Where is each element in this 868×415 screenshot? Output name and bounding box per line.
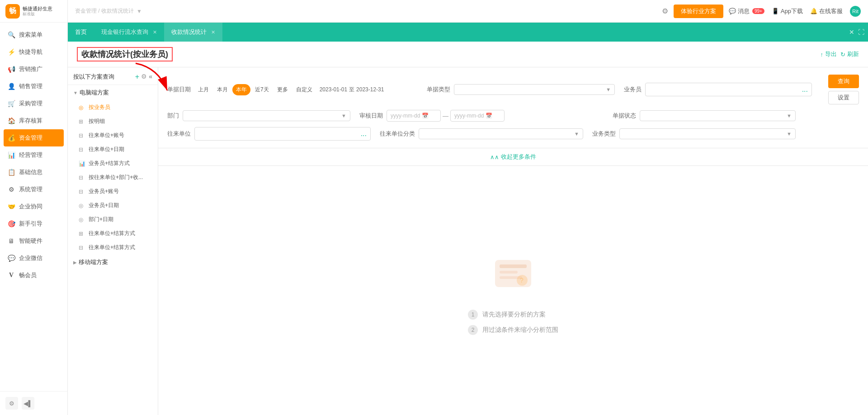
bill-type-dropdown[interactable]: ▼ — [454, 84, 615, 95]
svg-rect-1 — [500, 264, 527, 268]
plan-item-salesperson-method[interactable]: 📊 业务员+结算方式 — [68, 156, 158, 170]
plan-item-unit-dept[interactable]: ⊟ 按往来单位+部门+收... — [68, 170, 158, 184]
counterparty-category-dropdown[interactable]: ▼ — [419, 128, 583, 139]
bill-status-arrow: ▼ — [787, 113, 792, 118]
filter-date: 单据日期 上月 本月 本年 近7天 更多 自定义 — [167, 84, 418, 95]
plan-icon-detail: ⊞ — [79, 118, 86, 125]
tab-collection[interactable]: 收款情况统计 ✕ — [164, 23, 222, 42]
tab-collection-close[interactable]: ✕ — [211, 29, 215, 35]
plan-item-by-detail[interactable]: ⊞ 按明细 — [68, 114, 158, 128]
online-service-btn[interactable]: 🔔 在线客服 — [810, 7, 843, 15]
trial-button[interactable]: 体验行业方案 — [674, 5, 723, 18]
sidebar-item-guide[interactable]: 🎯 新手引导 — [0, 215, 67, 232]
export-btn[interactable]: ↑ 导出 — [821, 50, 837, 58]
plan-item-sp-account[interactable]: ⊟ 业务员+账号 — [68, 184, 158, 198]
counterparty-input[interactable]: ... — [194, 127, 371, 141]
corp-icon: 🤝 — [7, 203, 15, 211]
plan-settings-btn[interactable]: ⚙ — [141, 73, 147, 81]
sidebar-item-member[interactable]: V 畅会员 — [0, 267, 67, 284]
filter-bill-type: 单据类型 ▼ — [427, 84, 615, 95]
left-panel-title: 按以下方案查询 — [73, 73, 114, 81]
tab-bank-close[interactable]: ✕ — [153, 29, 157, 35]
plan-icon-unit-dept: ⊟ — [79, 174, 86, 181]
bill-status-dropdown[interactable]: ▼ — [640, 110, 796, 121]
plan-item-dept-date[interactable]: ◎ 部门+日期 — [68, 212, 158, 226]
plan-item-unit-account[interactable]: ⊟ 往来单位+账号 — [68, 128, 158, 142]
step-num-2: 2 — [468, 325, 478, 335]
footer-collapse-btn[interactable]: ◀▌ — [22, 397, 34, 410]
audit-date-label: 审核日期 — [359, 112, 383, 120]
sidebar-item-wechat[interactable]: 💬 企业微信 — [0, 250, 67, 267]
sidebar-item-finance[interactable]: 💰 资金管理 — [4, 129, 64, 146]
date-tab-more[interactable]: 更多 — [274, 84, 292, 95]
tab-close-all-icon[interactable]: ✕ — [849, 28, 854, 36]
date-tab-custom[interactable]: 自定义 — [292, 84, 316, 95]
audit-date-to[interactable]: yyyy-mm-dd 📅 — [450, 110, 505, 122]
logo-text: 畅捷通好生意 标准版 — [23, 5, 52, 17]
sidebar-item-system[interactable]: ⚙ 系统管理 — [0, 181, 67, 198]
plan-group-mobile-header[interactable]: ▶ 移动端方案 — [68, 255, 158, 270]
add-plan-btn[interactable]: + — [135, 73, 139, 81]
bill-type-arrow: ▼ — [606, 87, 611, 92]
refresh-btn[interactable]: ↻ 刷新 — [840, 50, 859, 58]
date-tab-this-year[interactable]: 本年 — [232, 84, 250, 95]
page-header: 收款情况统计(按业务员) ↑ 导出 ↻ 刷新 — [68, 42, 868, 67]
plan-group-desktop-header[interactable]: ▼ 电脑端方案 — [68, 85, 158, 100]
sidebar-item-purchase[interactable]: 🛒 采购管理 — [0, 95, 67, 112]
counterparty-category-arrow: ▼ — [574, 131, 579, 137]
plan-item-by-salesperson[interactable]: ◎ 按业务员 — [68, 100, 158, 114]
sidebar-item-search[interactable]: 🔍 搜索菜单 — [0, 26, 67, 43]
query-button[interactable]: 查询 — [828, 75, 859, 88]
date-dash: — — [443, 113, 448, 119]
tab-home[interactable]: 首页 — [68, 23, 94, 42]
plan-icon-sp-date: ◎ — [79, 203, 86, 209]
plan-item-unit-method2[interactable]: ⊟ 往来单位+结算方式 — [68, 241, 158, 255]
download-icon: 📱 — [772, 8, 779, 14]
audit-date-range: yyyy-mm-dd 📅 — yyyy-mm-dd 📅 — [387, 110, 604, 122]
counterparty-more-btn[interactable]: ... — [361, 130, 367, 138]
step-num-1: 1 — [468, 310, 478, 320]
salesperson-more-btn[interactable]: ... — [802, 85, 808, 94]
dept-dropdown[interactable]: ▼ — [183, 110, 350, 121]
gear-btn[interactable]: ⚙ — [662, 7, 668, 15]
collapse-up-icon: ∧∧ — [490, 154, 499, 160]
tab-maximize-icon[interactable]: ⛶ — [858, 28, 864, 36]
date-tab-last-month[interactable]: 上月 — [194, 84, 212, 95]
sidebar-item-quicknav[interactable]: ⚡ 快捷导航 — [0, 43, 67, 61]
date-tab-7days[interactable]: 近7天 — [251, 84, 273, 95]
notification-btn[interactable]: 💬 消息 99+ — [729, 7, 764, 15]
plan-item-unit-date[interactable]: ⊟ 往来单位+日期 — [68, 142, 158, 156]
basic-icon: 📋 — [7, 168, 15, 176]
sidebar-item-corp[interactable]: 🤝 企业协同 — [0, 198, 67, 215]
collapse-button[interactable]: ∧∧ 收起更多条件 — [490, 153, 536, 161]
salesperson-input[interactable]: ... — [645, 83, 812, 96]
sidebar-item-operations[interactable]: 📊 经营管理 — [0, 146, 67, 164]
filter-counterparty-category: 往来单位分类 ▼ — [380, 128, 583, 139]
finance-icon: 💰 — [7, 134, 15, 142]
tab-bar-right: ✕ ⛶ — [849, 28, 868, 36]
app-download-btn[interactable]: 📱 App下载 — [772, 7, 803, 15]
audit-date-from[interactable]: yyyy-mm-dd 📅 — [387, 110, 441, 122]
sidebar-item-warehouse[interactable]: 🏠 库存核算 — [0, 112, 67, 129]
logo-icon: 畅 — [5, 4, 20, 19]
footer-settings-btn[interactable]: ⚙ — [5, 397, 18, 410]
user-avatar[interactable]: Rit — [850, 6, 861, 17]
plan-item-sp-date[interactable]: ◎ 业务员+日期 — [68, 198, 158, 212]
sidebar-item-marketing[interactable]: 📢 营销推广 — [0, 61, 67, 78]
tab-bank[interactable]: 现金银行流水查询 ✕ — [94, 23, 164, 42]
collapse-bar[interactable]: ∧∧ 收起更多条件 — [158, 148, 868, 166]
plan-item-unit-method1[interactable]: ⊞ 往来单位+结算方式 — [68, 226, 158, 241]
panel-collapse-btn[interactable]: « — [149, 73, 152, 81]
filter-biz-type: 业务类型 ▼ — [592, 128, 796, 139]
plan-icon-sp-method: 📊 — [79, 160, 86, 167]
date-tab-this-month[interactable]: 本月 — [213, 84, 231, 95]
plan-icon-dept-date: ◎ — [79, 217, 86, 223]
sidebar-item-hardware[interactable]: 🖥 智能硬件 — [0, 232, 67, 250]
filter-bill-status: 单据状态 ▼ — [613, 110, 796, 121]
sidebar-item-sales[interactable]: 👤 销售管理 — [0, 78, 67, 95]
purchase-icon: 🛒 — [7, 99, 15, 108]
settings-button[interactable]: 设置 — [828, 91, 859, 104]
biz-type-dropdown[interactable]: ▼ — [619, 128, 796, 139]
sidebar-item-basic[interactable]: 📋 基础信息 — [0, 164, 67, 181]
plan-icon-unit-method2: ⊟ — [79, 245, 86, 251]
